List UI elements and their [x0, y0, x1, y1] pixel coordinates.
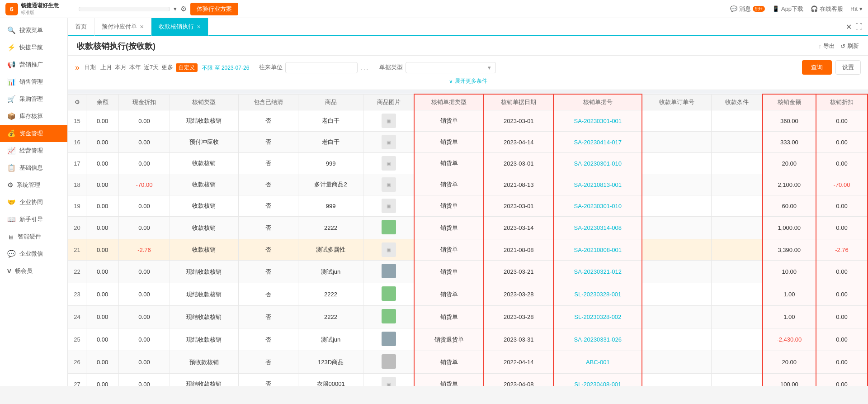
- voucher-no-link[interactable]: SA-20230301-010: [574, 203, 622, 209]
- notification-item[interactable]: 💬 消息 99+: [730, 5, 765, 13]
- row-receipt-order-no: [642, 283, 711, 306]
- top-search-bar[interactable]: [79, 7, 170, 11]
- sidebar-item-purchase[interactable]: 🛒 采购管理: [0, 90, 67, 108]
- query-btn[interactable]: 查询: [802, 60, 832, 75]
- tab-bar: 首页 预付冲应付单 ✕ 收款核销执行 ✕ ✕ ⛶: [68, 18, 868, 36]
- col-gear-header[interactable]: ⚙: [68, 94, 86, 110]
- logo-sub: 标准版: [21, 10, 59, 16]
- voucher-no-link[interactable]: SL-20230328-002: [574, 314, 621, 320]
- row-cash-discount: 0.00: [119, 283, 170, 306]
- nav-icon: ⚡: [7, 43, 16, 52]
- tab-verify[interactable]: 收款核销执行 ✕: [151, 18, 208, 36]
- row-included-settled: 否: [239, 132, 298, 153]
- sidebar-item-basic[interactable]: 📋 基础信息: [0, 159, 67, 176]
- refresh-btn[interactable]: ↺ 刷新: [840, 42, 859, 50]
- row-goods-img: ▣: [363, 239, 414, 261]
- sidebar-item-finance[interactable]: 💰 资金管理: [0, 125, 67, 142]
- row-voucher-no[interactable]: SA-20230314-008: [553, 217, 642, 239]
- voucher-no-link[interactable]: SA-20230414-017: [574, 139, 622, 146]
- table-row: 24 0.00 0.00 现结收款核销 否 2222 销货单 2023-03-2…: [68, 306, 868, 328]
- sidebar-item-member[interactable]: V 畅会员: [0, 262, 67, 280]
- voucher-no-link[interactable]: SA-20210813-001: [574, 181, 622, 188]
- user-name: Rit: [850, 5, 858, 12]
- date-opt-last-month[interactable]: 上月: [100, 63, 112, 71]
- date-opt-more[interactable]: 更多: [161, 63, 173, 71]
- from-unit-filter: 往来单位 ...: [259, 62, 369, 73]
- row-voucher-no[interactable]: ABC-001: [553, 351, 642, 374]
- row-cash-discount: 0.00: [119, 217, 170, 239]
- tab-prepay-close[interactable]: ✕: [140, 24, 144, 30]
- export-btn[interactable]: ↑ 导出: [819, 42, 835, 50]
- sidebar-item-inventory[interactable]: 📦 库存核算: [0, 108, 67, 125]
- sidebar-item-wechat[interactable]: 💬 企业微信: [0, 245, 67, 262]
- tab-close-btn[interactable]: ✕: [846, 23, 852, 31]
- expand-btn[interactable]: ∨ 展开更多条件: [449, 77, 487, 85]
- row-voucher-no[interactable]: SA-20210813-001: [553, 174, 642, 195]
- row-voucher-no[interactable]: SA-20230301-010: [553, 153, 642, 174]
- row-verify-discount: 0.00: [816, 217, 868, 239]
- sidebar-item-nav[interactable]: ⚡ 快捷导航: [0, 39, 67, 56]
- voucher-type-select[interactable]: ▾: [406, 62, 496, 73]
- row-voucher-no[interactable]: SA-20210808-001: [553, 239, 642, 261]
- voucher-no-link[interactable]: SL-20230328-001: [574, 291, 621, 298]
- solution-btn[interactable]: 体验行业方案: [190, 3, 238, 15]
- tab-verify-close[interactable]: ✕: [197, 24, 201, 30]
- online-service-item[interactable]: 🎧 在线客服: [811, 5, 843, 13]
- col-cash-discount-header: 现金折扣: [119, 94, 170, 110]
- tab-expand-btn[interactable]: ⛶: [855, 23, 863, 31]
- row-balance: 0.00: [86, 153, 119, 174]
- date-custom-btn[interactable]: 自定义: [176, 63, 198, 72]
- row-voucher-no[interactable]: SA-20230414-017: [553, 132, 642, 153]
- voucher-no-link[interactable]: SA-20230301-010: [574, 160, 622, 167]
- from-unit-input[interactable]: [285, 62, 358, 73]
- row-voucher-no[interactable]: SA-20230301-010: [553, 195, 642, 217]
- app-download-item[interactable]: 📱 App下载: [772, 5, 803, 13]
- tab-home[interactable]: 首页: [68, 18, 94, 36]
- row-voucher-no[interactable]: SA-20230301-001: [553, 110, 642, 132]
- sidebar-item-system[interactable]: ⚙ 系统管理: [0, 176, 67, 194]
- user-name-item[interactable]: Rit ▾: [850, 5, 863, 12]
- sidebar-item-sales[interactable]: 📊 销售管理: [0, 73, 67, 90]
- row-cash-discount: 0.00: [119, 328, 170, 351]
- voucher-no-link[interactable]: SL-20230408-001: [574, 381, 621, 386]
- collapse-arrow[interactable]: »: [75, 63, 80, 72]
- sidebar-item-hardware[interactable]: 🖥 智能硬件: [0, 228, 67, 245]
- voucher-no-link[interactable]: SA-20230331-026: [574, 336, 622, 343]
- table-scroll[interactable]: ⚙ 余额 现金折扣 核销类型 包含已结清 商品 商品图片 核销单据类型 核销单据…: [68, 94, 868, 386]
- setting-btn[interactable]: 设置: [835, 60, 861, 75]
- data-table: ⚙ 余额 现金折扣 核销类型 包含已结清 商品 商品图片 核销单据类型 核销单据…: [68, 94, 868, 386]
- date-opt-this-month[interactable]: 本月: [115, 63, 127, 71]
- table-row: 23 0.00 0.00 现结收款核销 否 2222 销货单 2023-03-2…: [68, 283, 868, 306]
- voucher-no-link[interactable]: SA-20210808-001: [574, 247, 622, 253]
- row-voucher-no[interactable]: SL-20230328-002: [553, 306, 642, 328]
- logo-text-block: 畅捷通谱好生意 标准版: [21, 2, 59, 16]
- voucher-no-link[interactable]: SA-20230321-012: [574, 268, 622, 275]
- mobile-icon: 📱: [772, 5, 779, 12]
- sidebar-item-guide[interactable]: 📖 新手引导: [0, 211, 67, 228]
- col-voucher-date-header: 核销单据日期: [484, 94, 553, 110]
- sidebar: 🔍 搜索菜单 ⚡ 快捷导航 📢 营销推广 📊 销售管理 🛒 采购管理 📦 库存核…: [0, 18, 68, 386]
- dropdown-btn[interactable]: ▾: [174, 5, 177, 12]
- sidebar-item-management[interactable]: 📈 经营管理: [0, 142, 67, 159]
- row-goods: 测试jun: [298, 261, 363, 283]
- notification-icon: 💬: [730, 5, 737, 12]
- tab-prepay[interactable]: 预付冲应付单 ✕: [94, 18, 151, 36]
- sidebar-item-search[interactable]: 🔍 搜索菜单: [0, 22, 67, 39]
- row-receipt-order-no: [642, 351, 711, 374]
- gear-icon-btn[interactable]: ⚙: [180, 5, 187, 13]
- row-voucher-no[interactable]: SL-20230328-001: [553, 283, 642, 306]
- row-voucher-no[interactable]: SA-20230321-012: [553, 261, 642, 283]
- voucher-no-link[interactable]: ABC-001: [586, 359, 610, 366]
- sidebar-label-inventory: 库存核算: [19, 112, 43, 120]
- voucher-no-link[interactable]: SA-20230301-001: [574, 118, 622, 124]
- voucher-no-link[interactable]: SA-20230314-008: [574, 224, 622, 231]
- sidebar-item-marketing[interactable]: 📢 营销推广: [0, 56, 67, 73]
- row-goods: 123D商品: [298, 351, 363, 374]
- sidebar-item-enterprise[interactable]: 🤝 企业协同: [0, 194, 67, 211]
- row-cash-discount: 0.00: [119, 153, 170, 174]
- date-opt-7days[interactable]: 近7天: [144, 63, 159, 71]
- row-cash-discount: 0.00: [119, 195, 170, 217]
- date-opt-this-year[interactable]: 本年: [129, 63, 141, 71]
- row-voucher-no[interactable]: SA-20230331-026: [553, 328, 642, 351]
- row-voucher-no[interactable]: SL-20230408-001: [553, 374, 642, 386]
